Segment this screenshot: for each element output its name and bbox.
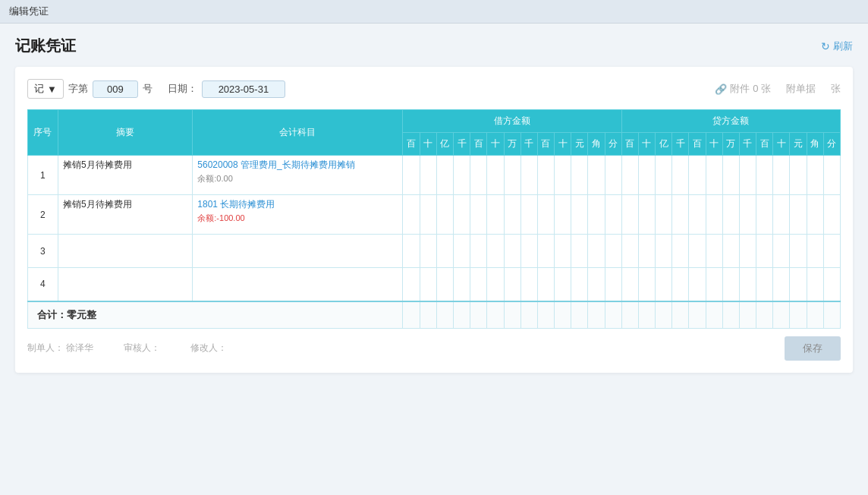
row3-credit-d6[interactable] (706, 235, 722, 268)
row1-credit-d9[interactable] (756, 156, 773, 195)
row4-credit-d9[interactable] (756, 268, 773, 301)
row2-debit-d12[interactable] (588, 195, 605, 235)
row2-credit-d8[interactable] (739, 195, 756, 235)
row4-debit-d2[interactable] (420, 268, 436, 301)
number-input[interactable] (93, 80, 138, 98)
row2-credit-d2[interactable] (638, 195, 655, 235)
row4-credit-d7[interactable] (722, 268, 739, 301)
row1-debit-d5[interactable] (470, 156, 487, 195)
row2-credit-d7[interactable] (722, 195, 739, 235)
row1-credit-d8[interactable] (739, 156, 756, 195)
row3-summary[interactable] (58, 235, 192, 268)
row1-credit-d13[interactable] (823, 156, 840, 195)
row4-credit-d13[interactable] (823, 268, 840, 301)
row1-debit-d10[interactable] (555, 156, 571, 195)
attach-single-label[interactable]: 附单据 (786, 82, 816, 96)
row2-credit-d6[interactable] (706, 195, 722, 235)
row3-debit-d13[interactable] (605, 235, 621, 268)
row3-credit-d3[interactable] (656, 235, 672, 268)
row2-credit-d9[interactable] (756, 195, 773, 235)
row3-debit-d6[interactable] (487, 235, 504, 268)
row4-credit-d2[interactable] (638, 268, 655, 301)
row2-account[interactable]: 1801 长期待摊费用 余额:-100.00 (193, 195, 403, 235)
row2-debit-d4[interactable] (453, 195, 470, 235)
row4-debit-d5[interactable] (470, 268, 487, 301)
row2-summary[interactable]: 摊销5月待摊费用 (58, 195, 192, 235)
row4-credit-d12[interactable] (807, 268, 823, 301)
row3-credit-d11[interactable] (790, 235, 807, 268)
date-input[interactable] (202, 80, 285, 98)
row2-credit-d1[interactable] (621, 195, 638, 235)
row2-credit-d11[interactable] (790, 195, 807, 235)
type-dropdown[interactable]: 记 ▼ (27, 79, 64, 99)
row3-debit-d7[interactable] (504, 235, 520, 268)
row3-account[interactable] (193, 235, 403, 268)
row4-debit-d3[interactable] (436, 268, 453, 301)
row1-credit-d1[interactable] (621, 156, 638, 195)
row2-credit-d5[interactable] (689, 195, 706, 235)
row1-debit-d7[interactable] (504, 156, 520, 195)
row1-debit-d1[interactable] (403, 156, 420, 195)
row2-debit-d2[interactable] (420, 195, 436, 235)
row1-debit-d6[interactable] (487, 156, 504, 195)
row1-credit-d10[interactable] (773, 156, 790, 195)
row1-debit-d3[interactable] (436, 156, 453, 195)
row2-debit-d7[interactable] (504, 195, 520, 235)
row3-credit-d1[interactable] (621, 235, 638, 268)
row3-credit-d12[interactable] (807, 235, 823, 268)
row3-debit-d11[interactable] (571, 235, 588, 268)
save-button[interactable]: 保存 (785, 336, 841, 361)
row4-credit-d1[interactable] (621, 268, 638, 301)
row3-debit-d9[interactable] (537, 235, 554, 268)
row2-debit-d9[interactable] (537, 195, 554, 235)
row4-debit-d4[interactable] (453, 268, 470, 301)
row4-summary[interactable] (58, 268, 192, 301)
row1-credit-d2[interactable] (638, 156, 655, 195)
row4-debit-d1[interactable] (403, 268, 420, 301)
row3-credit-d5[interactable] (689, 235, 706, 268)
row1-debit-d12[interactable] (588, 156, 605, 195)
row2-debit-d5[interactable] (470, 195, 487, 235)
row2-credit-d13[interactable] (823, 195, 840, 235)
row1-debit-d8[interactable] (520, 156, 537, 195)
row4-debit-d8[interactable] (520, 268, 537, 301)
row3-debit-d3[interactable] (436, 235, 453, 268)
row4-debit-d7[interactable] (504, 268, 520, 301)
row4-credit-d3[interactable] (656, 268, 672, 301)
row1-debit-d2[interactable] (420, 156, 436, 195)
row4-credit-d8[interactable] (739, 268, 756, 301)
row2-debit-d8[interactable] (520, 195, 537, 235)
row1-debit-d11[interactable] (571, 156, 588, 195)
row3-debit-d4[interactable] (453, 235, 470, 268)
row4-credit-d10[interactable] (773, 268, 790, 301)
row1-credit-d6[interactable] (706, 156, 722, 195)
row2-debit-d3[interactable] (436, 195, 453, 235)
row4-credit-d11[interactable] (790, 268, 807, 301)
row4-debit-d10[interactable] (555, 268, 571, 301)
row2-credit-d10[interactable] (773, 195, 790, 235)
row3-debit-d12[interactable] (588, 235, 605, 268)
row1-credit-d7[interactable] (722, 156, 739, 195)
row4-debit-d11[interactable] (571, 268, 588, 301)
attach-link[interactable]: 🔗 附件 0 张 (715, 82, 771, 96)
row3-credit-d13[interactable] (823, 235, 840, 268)
row1-debit-d9[interactable] (537, 156, 554, 195)
row1-debit-d4[interactable] (453, 156, 470, 195)
row3-credit-d2[interactable] (638, 235, 655, 268)
row1-summary[interactable]: 摊销5月待摊费用 (58, 156, 192, 195)
row3-debit-d2[interactable] (420, 235, 436, 268)
row2-debit-d10[interactable] (555, 195, 571, 235)
row2-credit-d3[interactable] (656, 195, 672, 235)
row1-credit-d5[interactable] (689, 156, 706, 195)
row1-credit-d12[interactable] (807, 156, 823, 195)
row3-credit-d7[interactable] (722, 235, 739, 268)
row4-debit-d13[interactable] (605, 268, 621, 301)
row2-credit-d4[interactable] (672, 195, 689, 235)
row1-credit-d3[interactable] (656, 156, 672, 195)
row1-account[interactable]: 56020008 管理费用_长期待摊费用摊销 余额:0.00 (193, 156, 403, 195)
refresh-button[interactable]: ↻ 刷新 (821, 39, 853, 53)
row4-credit-d6[interactable] (706, 268, 722, 301)
row1-credit-d11[interactable] (790, 156, 807, 195)
row2-debit-d13[interactable] (605, 195, 621, 235)
row4-debit-d12[interactable] (588, 268, 605, 301)
